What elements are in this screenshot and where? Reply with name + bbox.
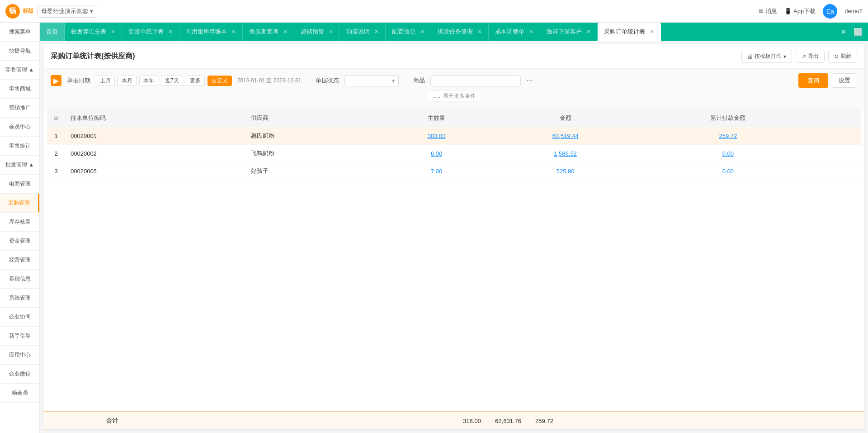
sidebar-item-retail-mgmt[interactable]: 零售管理 ▲: [0, 61, 39, 80]
nav-tab-cost-adjust[interactable]: 成本调整单✕: [489, 23, 540, 41]
more-filters-icon[interactable]: ···: [526, 76, 532, 85]
toggle-filter-btn[interactable]: ▶: [51, 75, 61, 86]
user-avatar[interactable]: Ea: [823, 4, 837, 19]
nav-tab-label-purchase-stats: 采购订单统计表: [604, 28, 645, 36]
user-name: demo2: [844, 8, 863, 14]
sidebar-item-guide[interactable]: 新手引导: [0, 327, 39, 346]
page-container: 采购订单统计表(按供应商) 🖨 按模板打印 ▾ ↗ 导出 ↻ 刷新: [43, 44, 864, 429]
row-paid[interactable]: 0.00: [638, 162, 818, 180]
query-button[interactable]: 查询: [798, 73, 828, 88]
nav-tab-function-desc[interactable]: 功能说明✕: [340, 23, 386, 41]
footer-amount: 62,631.76: [490, 418, 526, 424]
app-download-btn[interactable]: 📱 App下载: [784, 7, 816, 15]
status-select[interactable]: [344, 75, 399, 86]
nav-tab-close-available-inventory[interactable]: ✕: [231, 29, 236, 35]
sidebar-item-member2[interactable]: 畅会员: [0, 384, 39, 403]
sidebar-item-ecommerce[interactable]: 电商管理: [0, 175, 39, 194]
nav-tab-close-purchase-stats[interactable]: ✕: [650, 29, 654, 35]
row-amount[interactable]: 1,586.52: [493, 145, 637, 162]
refresh-icon: ↻: [834, 53, 839, 60]
message-btn[interactable]: ✉ 消息: [759, 7, 777, 15]
nav-tab-collection-summary[interactable]: 收发存汇总表✕: [65, 23, 122, 41]
nav-tab-config-info[interactable]: 配置信息✕: [386, 23, 431, 41]
row-qty[interactable]: 7.00: [380, 162, 493, 180]
nav-tab-pick-task[interactable]: 拣货任务管理✕: [431, 23, 489, 41]
content-area: 首页收发存汇总表✕要货单统计表✕可用量库存账本✕保质期查询✕超储预警✕功能说明✕…: [40, 23, 868, 433]
nav-tab-overstock[interactable]: 超储预警✕: [294, 23, 340, 41]
refresh-button[interactable]: ↻ 刷新: [828, 50, 857, 63]
nav-tab-close-invite-downstream[interactable]: ✕: [586, 29, 591, 35]
nav-tab-close-shelf-life[interactable]: ✕: [283, 29, 288, 35]
nav-tab-close-demand-stats[interactable]: ✕: [168, 29, 173, 35]
print-button[interactable]: 🖨 按模板打印 ▾: [741, 50, 792, 63]
sidebar-item-ops[interactable]: 经营管理: [0, 251, 39, 270]
expand-arrow-icon: ▲: [28, 67, 34, 73]
row-supplier: 惠氏奶粉: [245, 127, 380, 145]
sidebar-item-retail-mall[interactable]: 零售商城: [0, 80, 39, 99]
shortcut-this-month[interactable]: 本月: [118, 76, 137, 86]
nav-tab-label-home: 首页: [46, 28, 58, 36]
sidebar-item-wholesale-mgmt[interactable]: 批发管理 ▲: [0, 156, 39, 175]
expand-more-btn[interactable]: ⌄⌄ 展开更多条件: [425, 90, 482, 102]
user-initials: Ea: [826, 8, 834, 15]
shortcut-last-month[interactable]: 上月: [96, 76, 115, 86]
sidebar-item-inventory[interactable]: 库存核算: [0, 213, 39, 232]
nav-tab-close-pick-task[interactable]: ✕: [477, 29, 482, 35]
column-settings-icon[interactable]: ⚙: [53, 115, 59, 122]
maximize-btn[interactable]: ⬜: [852, 26, 864, 38]
nav-tab-close-function-desc[interactable]: ✕: [374, 29, 379, 35]
row-qty[interactable]: 303.00: [380, 127, 493, 145]
export-icon: ↗: [802, 53, 806, 60]
nav-tab-close-cost-adjust[interactable]: ✕: [529, 29, 533, 35]
row-supplier: 好孩子: [245, 162, 380, 180]
row-paid[interactable]: 0.00: [638, 145, 818, 162]
nav-tab-label-demand-stats: 要货单统计表: [128, 28, 164, 36]
sidebar-item-marketing[interactable]: 营销推广: [0, 99, 39, 118]
nav-tab-close-config-info[interactable]: ✕: [420, 29, 425, 35]
col-header-qty: 主数量: [380, 109, 493, 127]
nav-tab-shelf-life[interactable]: 保质期查询✕: [243, 23, 294, 41]
shortcut-7days[interactable]: 近7天: [161, 76, 183, 86]
workspace-name: 母婴行业演示账套: [41, 7, 88, 15]
goods-input[interactable]: [430, 75, 521, 86]
footer-qty: 316.00: [454, 418, 490, 424]
sidebar-item-basics[interactable]: 基础信息: [0, 270, 39, 289]
nav-tab-label-available-inventory: 可用量库存账本: [186, 28, 227, 36]
sidebar-item-app-center[interactable]: 应用中心: [0, 346, 39, 365]
nav-tab-close-collection-summary[interactable]: ✕: [111, 29, 115, 35]
export-button[interactable]: ↗ 导出: [796, 50, 825, 63]
nav-tab-demand-stats[interactable]: 要货单统计表✕: [122, 23, 179, 41]
shortcut-more[interactable]: 更多: [186, 76, 205, 86]
row-no: 1: [47, 127, 65, 145]
col-header-paid: 累计付款金额: [638, 109, 818, 127]
sidebar-item-finance[interactable]: 资金管理: [0, 232, 39, 251]
nav-tab-available-inventory[interactable]: 可用量库存账本✕: [179, 23, 243, 41]
expand-arrow-icon: ▲: [28, 162, 34, 168]
row-extra: [818, 145, 861, 162]
row-amount[interactable]: 60,519.44: [493, 127, 637, 145]
row-qty[interactable]: 6.00: [380, 145, 493, 162]
nav-tab-purchase-stats[interactable]: 采购订单统计表✕: [598, 23, 661, 41]
sidebar-item-wechat[interactable]: 企业微信: [0, 365, 39, 384]
sidebar-item-system[interactable]: 系统管理: [0, 289, 39, 308]
sidebar-item-enterprise[interactable]: 企业协同: [0, 308, 39, 327]
sidebar-item-retail-stats[interactable]: 零售统计: [0, 137, 39, 156]
date-shortcuts: 上月 本月 本年 近7天 更多 自定义: [96, 76, 232, 86]
app-download-label: App下载: [793, 7, 816, 15]
shortcut-custom[interactable]: 自定义: [208, 76, 232, 86]
row-amount[interactable]: 525.80: [493, 162, 637, 180]
nav-tab-invite-downstream[interactable]: 邀请下游客户✕: [540, 23, 598, 41]
expand-label: 展开更多条件: [443, 92, 476, 100]
row-paid[interactable]: 259.72: [638, 127, 818, 145]
workspace-selector[interactable]: 母婴行业演示账套 ▾: [37, 5, 97, 18]
settings-button[interactable]: 设置: [832, 73, 857, 88]
sidebar-item-member[interactable]: 会员中心: [0, 118, 39, 137]
nav-tab-home[interactable]: 首页: [40, 23, 65, 41]
table-row: 3 00020005 好孩子 7.00 525.80 0.00: [47, 162, 861, 180]
sidebar-item-purchase-mgmt[interactable]: 采购管理: [0, 194, 39, 213]
nav-tab-close-overstock[interactable]: ✕: [329, 29, 333, 35]
sidebar-item-search[interactable]: 搜索菜单: [0, 23, 39, 42]
sidebar-item-quick-nav[interactable]: 快捷导航: [0, 42, 39, 61]
shortcut-this-year[interactable]: 本年: [139, 76, 158, 86]
close-tab-btn[interactable]: ✕: [839, 26, 848, 38]
